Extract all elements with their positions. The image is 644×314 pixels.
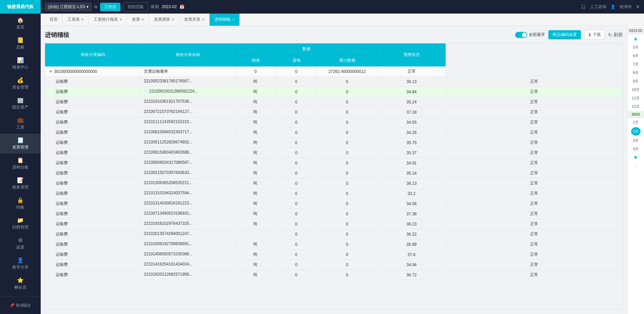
sidebar-item-purchases[interactable]: 📋 进销台账: [0, 154, 41, 174]
tab-close-icon[interactable]: ✕: [232, 18, 235, 21]
row-code-name: 运输费: [45, 178, 140, 189]
row-sales: 0: [276, 168, 317, 178]
sidebar-item-ledger[interactable]: 📒 总账: [0, 34, 41, 54]
month-9[interactable]: 9月: [627, 77, 644, 85]
year-2022-label: 2023.02: [627, 27, 644, 34]
expand-all-toggle[interactable]: [515, 32, 527, 38]
table-row[interactable]: 运输费 22100511252826674802... 吨 0 0 35.75 …: [45, 138, 623, 148]
tab-close-icon[interactable]: ✕: [119, 18, 122, 21]
tab-purchase-check[interactable]: 进销稽核 ✕: [210, 14, 240, 26]
unpin-button[interactable]: 📌 取消固定: [0, 300, 41, 311]
sidebar-item-tax[interactable]: 📝 税务管理: [0, 174, 41, 194]
window-close-icon[interactable]: ✕: [636, 4, 640, 9]
sidebar-item-home[interactable]: 🏠 首页: [0, 14, 41, 34]
table-row[interactable]: 运输费 22101111143592152210... 吨 0 0 34.55 …: [45, 117, 623, 127]
sidebar-item-label: 设置: [16, 244, 24, 250]
month-12[interactable]: 12月: [627, 102, 644, 111]
tab-salary-report[interactable]: 工资统计报表 ✕: [89, 14, 127, 26]
row-status: 正常: [446, 138, 623, 148]
sidebar-item-assets[interactable]: 🏢 固定资产: [0, 94, 41, 114]
month-3[interactable]: 3月: [627, 136, 644, 145]
workspace-button[interactable]: 工作台: [100, 3, 120, 11]
row-cumulative: 35.75: [378, 138, 446, 148]
table-row[interactable]: 运输费 22100615083403402688... 吨 0 0 35.37 …: [45, 148, 623, 158]
tab-invoice-calc[interactable]: 发票测算 ✕: [149, 14, 179, 26]
table-row[interactable]: 运输费 22101009192789838691... 吨 0 0 35.99 …: [45, 239, 623, 250]
row-invoice-no: 22101111143592152210...: [140, 117, 235, 126]
row-tag: 吨: [235, 199, 276, 209]
row-sales: 0: [235, 66, 276, 77]
sidebar-item-newbie[interactable]: 👤 新手引导: [0, 254, 41, 274]
table-row[interactable]: 运输费 📄 22100915031396592224... 吨 0 0 34.8…: [45, 87, 623, 97]
row-purchase: 0: [317, 127, 378, 138]
tab-invoice[interactable]: 发票 ✕: [127, 14, 149, 26]
table-row[interactable]: 运输费 22101314030816191223... 吨 0 0 34.56 …: [45, 199, 623, 209]
user-name[interactable]: 徐泽华: [620, 4, 632, 10]
copy-icon[interactable]: ⧉: [94, 4, 97, 9]
table-row[interactable]: 运输费 22101419254101434024... 吨 0 0 34.94 …: [45, 260, 623, 270]
scroll-down-button[interactable]: ▼: [632, 153, 640, 162]
table-row[interactable]: 运输费 22102013574294001247... 0 0 36.22 正常: [45, 229, 623, 239]
row-status: 正常: [446, 77, 623, 87]
sidebar-item-close[interactable]: 🔒 结账: [0, 194, 41, 214]
table-row[interactable]: 运输费 22100721573762194127... 吨 0 0 37.18 …: [45, 107, 623, 117]
product-code-settings-button[interactable]: 商品编码设置: [548, 30, 581, 39]
table-row[interactable]: 运输费 22101916102976437325... 吨 0 0 36.23 …: [45, 219, 623, 229]
toggle-label: 全部展开: [529, 32, 545, 38]
sidebar-item-member[interactable]: ⭐ 畅会员: [0, 274, 41, 294]
tab-close-icon[interactable]: ✕: [172, 18, 174, 21]
row-cumulative: 36.23: [378, 219, 446, 229]
sidebar-item-reports[interactable]: 📊 报表中心: [0, 54, 41, 74]
table-row[interactable]: ▼3010000000000000000 交通运输服务 0 0 27262.40…: [45, 66, 623, 77]
month-6[interactable]: 6月: [627, 52, 644, 60]
month-4[interactable]: 4月: [627, 145, 644, 153]
row-sales: 0: [276, 148, 317, 158]
pin-icon: 📌: [10, 303, 15, 308]
download-button[interactable]: ⬇ 下载: [584, 30, 605, 40]
month-7[interactable]: 7月: [627, 60, 644, 68]
calendar-icon[interactable]: 📅: [179, 4, 184, 9]
table-row[interactable]: 运输费 22101309365208535221... 吨 0 0 36.13 …: [45, 178, 623, 189]
row-invoice-no: 22101408593571035366...: [140, 250, 235, 258]
table-row[interactable]: 运输费 22100523381780176567... 吨 0 0 36.13 …: [45, 77, 623, 87]
tab-close-icon[interactable]: ✕: [202, 18, 204, 21]
th-quantity-group: 数量: [235, 43, 378, 55]
month-8[interactable]: 8月: [627, 68, 644, 77]
table-row[interactable]: 运输费 22101910361921707536... 吨 0 0 35.24 …: [45, 97, 623, 107]
refresh-button[interactable]: ↻ 刷新: [608, 32, 623, 38]
th-cumulative: 累计数额: [317, 55, 378, 66]
company-selector[interactable]: (勿动) 江西报宝-LSS ▾: [45, 3, 92, 11]
sidebar-item-salary[interactable]: 💼 工资: [0, 114, 41, 134]
tab-close-icon[interactable]: ✕: [141, 18, 144, 21]
month-5[interactable]: 5月: [627, 43, 644, 52]
tab-home[interactable]: 首页: [45, 14, 63, 26]
month-2-active[interactable]: 2月: [631, 127, 641, 136]
sidebar-item-settings[interactable]: ⚙ 设置: [0, 234, 41, 254]
row-status: 正常: [446, 97, 623, 107]
sidebar-item-label: 结账: [16, 204, 24, 210]
month-10[interactable]: 10月: [627, 85, 644, 94]
switch-version-button[interactable]: 切到旧版: [123, 2, 148, 12]
sidebar-item-archive[interactable]: 📁 归档管理: [0, 214, 41, 234]
table-row[interactable]: 运输费 22100810094532303717... 吨 0 0 34.26 …: [45, 127, 623, 138]
month-11[interactable]: 11月: [627, 94, 644, 102]
row-cumulative: 35.14: [378, 168, 446, 178]
row-sales: 0: [276, 270, 317, 280]
tab-salary-table[interactable]: 工资表 ✕: [63, 14, 89, 26]
table-row[interactable]: 运输费 22100713490523196931... 吨 0 0 37.38 …: [45, 209, 623, 219]
download-icon: ⬇: [588, 33, 591, 37]
table-row[interactable]: 运输费 22101310194324037594... 吨 0 0 33.2 正…: [45, 189, 623, 199]
table-row[interactable]: 运输费 22101408593571035366... 吨 0 0 37.6 正…: [45, 250, 623, 260]
table-row[interactable]: 运输费 22100509034317086587... 吨 0 0 34.91 …: [45, 158, 623, 168]
tab-close-icon[interactable]: ✕: [81, 18, 84, 21]
row-sales: 0: [276, 250, 317, 260]
sidebar-item-funds[interactable]: 💰 资金管理: [0, 74, 41, 94]
scroll-up-button[interactable]: ▲: [632, 34, 640, 43]
support-label[interactable]: 人工咨询: [590, 4, 606, 10]
row-tag: 吨: [235, 138, 276, 148]
month-1[interactable]: 1月: [627, 118, 644, 126]
sidebar-item-invoice[interactable]: 🧾 发票管理: [0, 134, 41, 154]
tab-invoice-open[interactable]: 发票开具 ✕: [179, 14, 210, 26]
table-row[interactable]: 运输费 22101820212692571958... 吨 0 0 36.72 …: [45, 270, 623, 280]
table-row[interactable]: 运输费 22100215570357643633... 吨 0 0 35.14 …: [45, 168, 623, 178]
